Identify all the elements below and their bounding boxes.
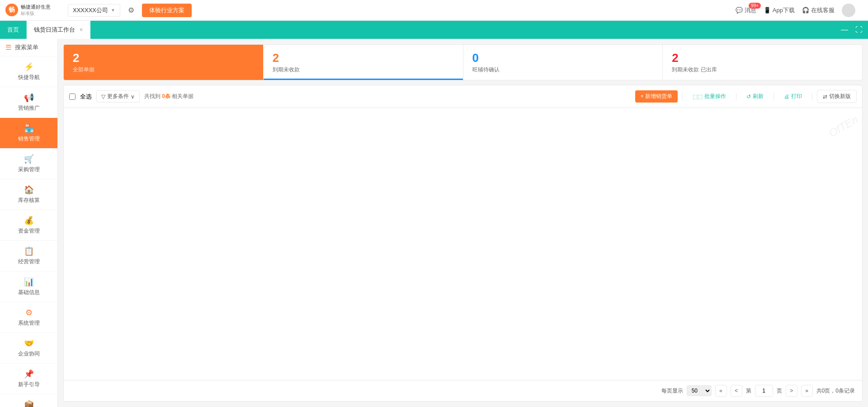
total-records-text: 共0页，0条记录 xyxy=(816,387,855,395)
stat-number-all: 2 xyxy=(73,51,254,65)
download-icon: 📱 xyxy=(764,7,771,14)
page-label: 第 xyxy=(746,387,751,395)
basic-info-icon: 📊 xyxy=(24,277,34,287)
filter-label: 更多条件 xyxy=(107,93,129,100)
stat-card-all[interactable]: 2 全部单据 xyxy=(64,45,264,80)
purchase-icon: 🛒 xyxy=(24,154,34,164)
sidebar-item-quick-nav[interactable]: ⚡ 快捷导航 xyxy=(0,56,57,87)
batch-operation-button[interactable]: ⬚⬚ 批量操作 xyxy=(687,90,731,103)
sidebar-item-cooperation[interactable]: 🤝 企业协同 xyxy=(0,333,57,364)
sidebar-item-sales[interactable]: 🏪 销售管理 xyxy=(0,118,57,149)
toolbar: 全选 ▽ 更多条件 ∨ 共找到 0条 相关单据 + 新增销货单 ⬚⬚ xyxy=(63,85,863,108)
select-all-label: 全选 xyxy=(80,93,92,101)
toolbar-divider-3 xyxy=(774,93,774,100)
service-icon: 🎧 xyxy=(802,7,809,14)
message-button[interactable]: 💬 消息 99+ xyxy=(736,6,756,14)
first-page-button[interactable]: « xyxy=(715,385,727,397)
stat-label-overdue: 到期未收款 xyxy=(273,66,454,74)
finance-icon: 💰 xyxy=(24,215,34,225)
sales-label: 销售管理 xyxy=(18,135,40,143)
tab-bar-actions: — ⛶ xyxy=(839,21,868,39)
stat-label-all: 全部单据 xyxy=(73,66,254,74)
app-download-button[interactable]: 📱 App下载 xyxy=(764,6,795,14)
tab-bar: 首页 钱货日清工作台 × — ⛶ xyxy=(0,21,868,39)
batch-icon: ⬚⬚ xyxy=(693,94,703,100)
page-number-input[interactable] xyxy=(755,385,773,397)
tab-minimize-icon[interactable]: — xyxy=(839,24,850,36)
sidebar-item-basic-info[interactable]: 📊 基础信息 xyxy=(0,271,57,302)
sidebar-item-guide[interactable]: 📌 新手引导 xyxy=(0,364,57,394)
sidebar-item-finance[interactable]: 💰 资金管理 xyxy=(0,210,57,241)
marketing-icon: 📢 xyxy=(24,93,34,103)
page-size-label: 每页显示 xyxy=(661,387,683,395)
operation-icon: 📋 xyxy=(24,246,34,256)
result-text: 共找到 0条 相关单据 xyxy=(144,93,193,100)
sidebar-item-marketing[interactable]: 📢 营销推广 xyxy=(0,87,57,118)
quick-nav-icon: ⚡ xyxy=(24,62,34,72)
filter-button[interactable]: ▽ 更多条件 ∨ xyxy=(96,90,140,103)
prev-page-button[interactable]: < xyxy=(731,385,742,397)
stat-card-not-shipped[interactable]: 2 到期未收款 已出库 xyxy=(663,45,862,80)
sidebar-item-purchase[interactable]: 🛒 采购管理 xyxy=(0,149,57,179)
guide-icon: 📌 xyxy=(24,369,34,379)
message-icon: 💬 xyxy=(736,7,743,14)
logo-area: 畅 畅捷通好生意 标准版 xyxy=(5,4,63,16)
filter-arrow-icon: ∨ xyxy=(131,94,135,100)
company-selector[interactable]: XXXXXX公司 ▼ xyxy=(68,4,120,17)
next-page-button[interactable]: > xyxy=(786,385,797,397)
finance-label: 资金管理 xyxy=(18,227,40,235)
switch-icon: ⇄ xyxy=(823,94,827,100)
print-button[interactable]: 🖨 打印 xyxy=(778,90,807,103)
stat-card-overdue[interactable]: 2 到期未收款 xyxy=(264,45,463,80)
operation-label: 经营管理 xyxy=(18,258,40,266)
sidebar-item-system[interactable]: ⚙ 系统管理 xyxy=(0,302,57,333)
refresh-button[interactable]: ↺ 刷新 xyxy=(741,90,769,103)
add-sale-button[interactable]: + 新增销货单 xyxy=(635,90,678,103)
tab-maximize-icon[interactable]: ⛶ xyxy=(854,24,864,36)
print-icon: 🖨 xyxy=(784,94,789,100)
header-right: 💬 消息 99+ 📱 App下载 🎧 在线客服 xyxy=(736,4,863,17)
chevron-down-icon: ▼ xyxy=(111,8,115,13)
last-page-button[interactable]: » xyxy=(801,385,813,397)
refresh-icon: ↺ xyxy=(746,94,751,100)
experience-button[interactable]: 体验行业方案 xyxy=(142,4,192,17)
marketing-label: 营销推广 xyxy=(18,104,40,112)
inventory-label: 库存核算 xyxy=(18,196,40,204)
sidebar-item-app-center[interactable]: 📦 应用中心 xyxy=(0,394,57,407)
page-size-select[interactable]: 10 20 50 100 xyxy=(687,385,712,396)
settings-button[interactable]: ⚙ xyxy=(124,3,138,18)
cooperation-label: 企业协同 xyxy=(18,350,40,358)
app-tag: 标准版 xyxy=(21,10,51,17)
home-tab-label: 首页 xyxy=(7,26,19,34)
top-header: 畅 畅捷通好生意 标准版 XXXXXX公司 ▼ ⚙ 体验行业方案 💬 消息 99… xyxy=(0,0,868,21)
online-service-button[interactable]: 🎧 在线客服 xyxy=(802,6,835,14)
basic-info-label: 基础信息 xyxy=(18,289,40,296)
search-icon: ☰ xyxy=(5,43,11,51)
avatar[interactable] xyxy=(842,4,855,17)
app-center-icon: 📦 xyxy=(24,400,34,407)
stats-row: 2 全部单据 2 到期未收款 0 旺辅待确认 2 到期未收款 已出库 xyxy=(63,44,863,80)
stat-label-wangdian: 旺辅待确认 xyxy=(472,66,654,74)
sidebar: ☰ 搜索菜单 ⚡ 快捷导航 📢 营销推广 🏪 销售管理 🛒 采购管理 🏠 库存核… xyxy=(0,39,58,407)
pagination: 每页显示 10 20 50 100 « < 第 页 > » 共0页，0条记录 xyxy=(64,380,862,401)
toolbar-divider-2 xyxy=(736,93,736,100)
sidebar-item-operation[interactable]: 📋 经营管理 xyxy=(0,241,57,271)
main-content: 2 全部单据 2 到期未收款 0 旺辅待确认 2 到期未收款 已出库 xyxy=(58,39,868,407)
tab-close-icon[interactable]: × xyxy=(80,27,83,33)
switch-version-button[interactable]: ⇄ 切换新版 xyxy=(817,90,857,103)
sidebar-item-inventory[interactable]: 🏠 库存核算 xyxy=(0,179,57,210)
stat-number-wangdian: 0 xyxy=(472,51,654,65)
cooperation-icon: 🤝 xyxy=(24,338,34,348)
tab-home[interactable]: 首页 xyxy=(0,21,27,39)
purchase-label: 采购管理 xyxy=(18,166,40,173)
company-name: XXXXXX公司 xyxy=(73,6,108,14)
app-logo: 畅 xyxy=(5,4,18,16)
system-icon: ⚙ xyxy=(25,308,33,318)
select-all-checkbox[interactable] xyxy=(69,94,75,100)
stat-card-wangdian[interactable]: 0 旺辅待确认 xyxy=(463,45,663,80)
sidebar-search[interactable]: ☰ 搜索菜单 xyxy=(0,39,57,56)
page-unit: 页 xyxy=(777,387,782,395)
toolbar-divider-4 xyxy=(812,93,812,100)
tab-cashflow[interactable]: 钱货日清工作台 × xyxy=(27,21,90,39)
stat-number-overdue: 2 xyxy=(273,51,454,65)
